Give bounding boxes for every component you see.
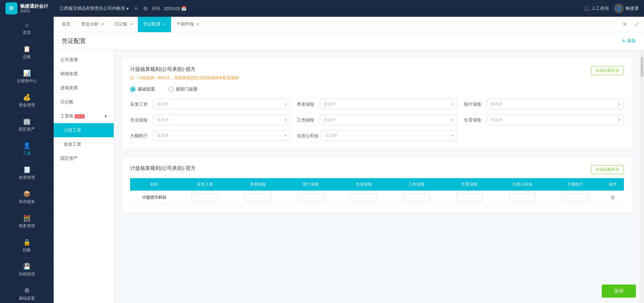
sidebar-item-ledger[interactable]: 📋 总账 — [0, 41, 54, 65]
scrollbar[interactable] — [640, 50, 644, 303]
col-ylbx2: 医疗保险 — [284, 178, 337, 191]
col-action: 操作 — [602, 178, 624, 191]
radio-group: 基础设置 按部门设置 — [130, 86, 624, 92]
close-tab-button[interactable]: ✕ — [620, 20, 629, 29]
radio-basic[interactable]: 基础设置 — [130, 86, 155, 92]
sidebar-label: 基础设置 — [19, 296, 35, 301]
tab-voucher[interactable]: 凭证配置 × — [138, 17, 171, 32]
tab-capital[interactable]: 资金分析 × — [76, 17, 109, 32]
field-yfgz-select[interactable]: 请选择 ▾ — [153, 99, 290, 109]
consult-label: 人工咨询 — [591, 5, 609, 11]
input-zfgjj[interactable] — [509, 193, 536, 201]
delete-row-button[interactable]: 🗑 — [610, 195, 615, 200]
sidebar-item-tax[interactable]: 🧮 税务管理 — [0, 210, 54, 234]
chevron-down-icon: ▾ — [126, 6, 129, 11]
capital-icon: 💰 — [23, 94, 31, 101]
chevron-down-icon: ▾ — [619, 102, 620, 106]
field-gsbx: 工伤保险 请选择 ▾ — [297, 115, 457, 125]
tab-journal-close[interactable]: × — [130, 22, 132, 27]
cell-gsbx — [390, 191, 443, 204]
tab-voucher-label: 凭证配置 — [143, 21, 161, 27]
left-nav-sales[interactable]: 销项发票 — [54, 67, 114, 81]
settings-icon[interactable]: ⚙ — [143, 5, 148, 12]
field-gsbx-select[interactable]: 请选择 ▾ — [320, 115, 457, 125]
logo-icon: 好 — [5, 2, 17, 14]
input-yfgz[interactable] — [192, 193, 218, 201]
sidebar-label: 结账 — [23, 247, 31, 253]
sidebar-item-inventory[interactable]: 📦 库存核算 — [0, 186, 54, 210]
sidebar-item-reports[interactable]: 📊 云报表中心 — [0, 65, 54, 89]
save-button[interactable]: 保存 — [602, 285, 636, 298]
refresh-button[interactable]: ↻ 刷新 — [622, 38, 636, 44]
field-ylbx: 养老保险 请选择 ▾ — [297, 99, 457, 109]
tab-home-label: 首页 — [62, 21, 70, 27]
input-dayl[interactable] — [562, 193, 589, 201]
field-sybx2-label: 生育保险 — [464, 117, 484, 123]
left-nav-purchase[interactable]: 进项发票 — [54, 81, 114, 95]
field-ylbx-select[interactable]: 请选择 ▾ — [320, 99, 457, 109]
radio-dept[interactable]: 按部门设置 — [168, 86, 198, 92]
field-ylbx2: 医疗保险 请选择 ▾ — [464, 99, 624, 109]
field-zfgjj-select[interactable]: 请选择 ▾ — [321, 131, 457, 141]
left-nav-payroll-table[interactable]: 工资表 NEW ▾ — [54, 109, 114, 123]
cell-ylbx — [231, 191, 284, 204]
maximize-button[interactable]: ⤢ — [632, 20, 641, 29]
debit-auto-match-button[interactable]: 自动匹配科目 — [591, 66, 624, 75]
col-dayl: 大额医疗 — [549, 178, 602, 191]
tab-home[interactable]: 首页 — [56, 17, 76, 32]
left-nav-pay-salary[interactable]: 发放工资 — [54, 137, 114, 151]
input-gsbx[interactable] — [403, 193, 430, 201]
cell-yfgz — [179, 191, 232, 204]
sidebar-item-settings[interactable]: ⚙ 基础设置 — [0, 282, 54, 303]
period-value: 2023-03 📅 — [164, 6, 187, 11]
field-sybx-select[interactable]: 请选择 ▾ — [153, 115, 290, 125]
cell-sybx — [337, 191, 390, 204]
input-sybx2[interactable] — [456, 193, 483, 201]
add-tab-button[interactable]: + — [133, 5, 139, 12]
col-yfgz: 应发工资 — [179, 178, 232, 191]
sidebar-item-close[interactable]: 🔒 结账 — [0, 234, 54, 258]
tab-tax-label: 个税申报 — [176, 21, 194, 27]
left-nav-fixed-assets[interactable]: 固定资产 — [54, 151, 114, 165]
sidebar-item-capital[interactable]: 💰 资金管理 — [0, 89, 54, 113]
save-bar: 保存 — [594, 279, 644, 303]
table-row: 计提贷方科目 🗑 — [130, 191, 624, 204]
field-sybx2-select[interactable]: 请选择 ▾ — [487, 115, 624, 125]
field-ylbx2-select[interactable]: 请选择 ▾ — [487, 99, 624, 109]
app-edition: 旗舰版 — [20, 9, 48, 13]
tab-bar-actions: ✕ ⤢ — [620, 20, 641, 29]
input-ylbx[interactable] — [245, 193, 271, 201]
cell-zfgjj — [496, 191, 549, 204]
sidebar-item-home[interactable]: ⌂ 首页 — [0, 17, 54, 41]
credit-auto-match-button[interactable]: 自动匹配科目 — [591, 165, 624, 174]
tab-voucher-close[interactable]: × — [163, 22, 166, 27]
tab-journal-label: 日记账 — [114, 21, 127, 27]
tab-capital-close[interactable]: × — [101, 22, 104, 27]
consult-area[interactable]: 🎧 人工咨询 — [584, 5, 609, 11]
left-nav-journal[interactable]: 日记账 — [54, 95, 114, 109]
sidebar-label: 工资 — [23, 151, 31, 156]
field-ylbx-label: 养老保险 — [297, 101, 317, 107]
tab-capital-label: 资金分析 — [81, 21, 99, 27]
chevron-down-icon: ▾ — [452, 102, 453, 106]
tab-tax[interactable]: 个税申报 × — [171, 17, 204, 32]
tab-journal[interactable]: 日记账 × — [109, 17, 138, 32]
tab-tax-close[interactable]: × — [197, 22, 199, 27]
headset-icon: 🎧 — [584, 6, 589, 11]
sidebar-label: 归档管理 — [19, 271, 35, 277]
input-ylbx2[interactable] — [298, 193, 324, 201]
input-sybx[interactable] — [351, 193, 377, 201]
calendar-icon[interactable]: 📅 — [181, 6, 186, 11]
field-dayl: 大额医疗 请选择 ▾ — [130, 131, 290, 141]
chevron-down-icon: ▾ — [452, 118, 453, 122]
field-dayl-select[interactable]: 请选择 ▾ — [153, 131, 290, 141]
sidebar-item-archive[interactable]: 💾 归档管理 — [0, 258, 54, 282]
sidebar-item-salary[interactable]: 👤 工资 — [0, 137, 54, 161]
company-selector[interactable]: 江西服宝精品有限责任公司内账张 ▾ — [60, 5, 129, 11]
sidebar-item-assets[interactable]: 🏢 固定资产 — [0, 113, 54, 137]
left-nav-accrue-salary[interactable]: 计提工资 — [54, 123, 114, 137]
left-nav-public[interactable]: 公共选项 — [54, 53, 114, 67]
user-area[interactable]: 👤 畅捷通 — [614, 4, 639, 13]
scroll-thumb — [641, 57, 643, 77]
sidebar-item-invoice[interactable]: 🧾 发票管理 — [0, 161, 54, 186]
